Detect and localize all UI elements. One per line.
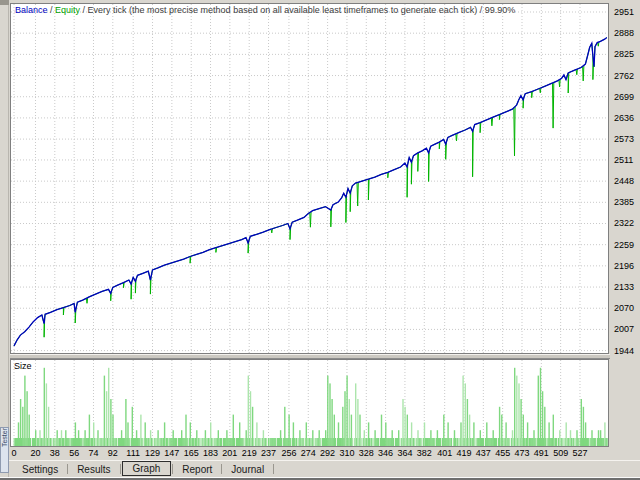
strategy-tester-panel: Balance / Equity / Every tick (the most … [0,0,640,480]
legend-separator: / [48,5,56,15]
trade-axis-label: 473 [514,448,529,458]
value-axis-label: 1944 [614,346,634,356]
trade-axis-label: 328 [359,448,374,458]
tab-divider [273,464,274,474]
trade-axis-label: 0 [11,448,16,458]
value-axis-label: 2196 [614,261,634,271]
trade-axis-label: 165 [184,448,199,458]
tab-settings[interactable]: Settings [14,463,66,476]
trade-axis-label: 56 [69,448,79,458]
trade-axis-label: 111 [126,448,140,458]
trade-axis-label: 256 [281,448,296,458]
size-panel-label: Size [14,361,32,371]
trade-axis-label: 491 [534,448,549,458]
value-axis-label: 2825 [614,49,634,59]
tab-divider [172,464,173,474]
size-histogram-panel: Size [10,359,609,447]
value-axis-label: 2699 [614,92,634,102]
chart-legend: Balance / Equity / Every tick (the most … [15,5,515,15]
left-gutter: Tester [0,0,9,480]
trade-axis-label: 455 [495,448,510,458]
trade-axis-label: 382 [417,448,432,458]
tab-journal[interactable]: Journal [223,463,272,476]
trade-axis-label: 437 [476,448,491,458]
size-histogram-svg [11,360,608,446]
value-axis-label: 2573 [614,134,634,144]
toolbar-fragment [0,0,9,5]
trade-axis-label: 201 [222,448,237,458]
value-axis: 2951288828252762269926362573251124482385… [610,0,640,447]
trade-axis-label: 92 [108,448,118,458]
trade-axis-label: 183 [203,448,218,458]
value-axis-label: 2951 [614,7,634,17]
tab-graph[interactable]: Graph [122,461,172,476]
trade-axis-label: 310 [339,448,354,458]
value-axis-label: 2448 [614,176,634,186]
trade-axis-label: 20 [30,448,40,458]
trade-axis-label: 74 [88,448,98,458]
balance-equity-chart: Balance / Equity / Every tick (the most … [10,3,609,354]
tester-vertical-label: Tester [1,428,9,449]
value-axis-label: 2762 [614,71,634,81]
tick-model-description: Every tick (the most precise method base… [88,5,516,15]
value-axis-label: 2888 [614,28,634,38]
tab-results[interactable]: Results [69,463,118,476]
balance-legend-label: Balance [15,5,48,15]
value-axis-label: 2070 [614,303,634,313]
trade-axis-label: 527 [572,448,587,458]
value-axis-label: 2259 [614,240,634,250]
tester-tab-bar: Settings Results Graph Report Journal [0,460,640,477]
trade-axis-label: 346 [378,448,393,458]
trade-axis-label: 237 [261,448,276,458]
value-axis-label: 2007 [614,324,634,334]
tab-report[interactable]: Report [174,463,220,476]
tester-vertical-tab[interactable]: Tester [0,427,9,473]
trade-axis-label: 292 [320,448,335,458]
value-axis-label: 2133 [614,282,634,292]
trade-axis-label: 219 [242,448,257,458]
value-axis-label: 2322 [614,218,634,228]
trade-axis-label: 364 [397,448,412,458]
equity-legend-label: Equity [55,5,80,15]
trade-axis-label: 147 [164,448,179,458]
value-axis-label: 2636 [614,113,634,123]
trade-axis-label: 509 [553,448,568,458]
trade-axis-label: 419 [456,448,471,458]
tab-divider [67,464,68,474]
tab-divider [120,464,121,474]
balance-equity-plot-svg [11,4,608,353]
legend-separator: / [80,5,88,15]
trade-axis-label: 129 [145,448,160,458]
tab-divider [221,464,222,474]
value-axis-label: 2511 [614,155,633,165]
trade-axis-label: 274 [301,448,316,458]
trade-axis-label: 38 [50,448,60,458]
value-axis-label: 2385 [614,197,634,207]
trade-axis-label: 401 [437,448,452,458]
trade-axis: 0203856749211112914716518320121923725627… [0,447,640,460]
